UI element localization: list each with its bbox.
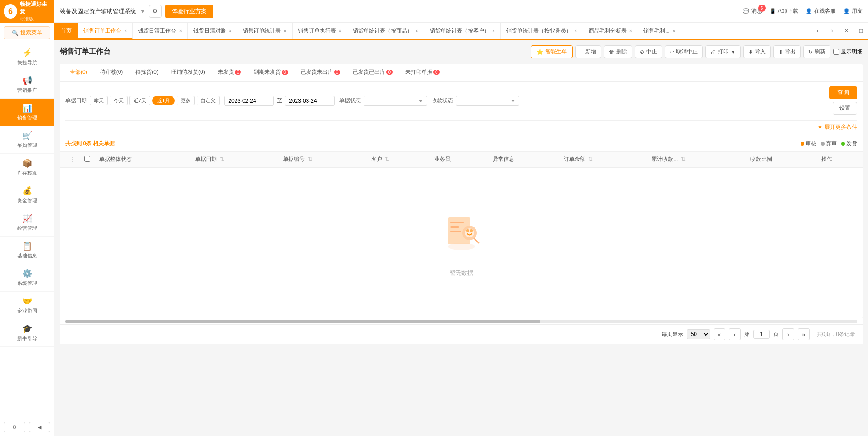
- print-icon: 🖨: [710, 49, 716, 55]
- audit-action-button[interactable]: 审核: [801, 140, 816, 147]
- tab-close-goods-stats-customer[interactable]: ×: [492, 28, 495, 33]
- collapse-button[interactable]: ◀: [29, 422, 51, 432]
- expand-button[interactable]: ▼ 展开更多条件: [817, 123, 857, 131]
- filter-tab-expired-not-shipped[interactable]: 到期未发货0: [247, 64, 294, 81]
- import-button[interactable]: ⬇ 导入: [743, 45, 771, 58]
- th-collected[interactable]: 累计收款... ⇅: [647, 152, 746, 168]
- show-detail-label[interactable]: 显示明细: [833, 48, 863, 56]
- sidebar-item-finance[interactable]: 💰 资金管理: [0, 181, 54, 209]
- tab-cash-reconcile[interactable]: 钱货日清对账×: [188, 23, 237, 39]
- tab-sales-exec[interactable]: 销售订单执行表×: [293, 23, 347, 39]
- tab-sales-stats[interactable]: 销售订单统计表×: [237, 23, 292, 39]
- horizontal-scrollbar[interactable]: [60, 318, 863, 324]
- sidebar-item-enterprise[interactable]: 🤝 企业协同: [0, 292, 54, 319]
- sidebar-item-system[interactable]: ⚙️ 系统管理: [0, 264, 54, 292]
- app-download-button[interactable]: 📱 App下载: [769, 7, 798, 15]
- th-date[interactable]: 单据日期 ⇅: [191, 152, 278, 168]
- sidebar-item-guide[interactable]: 🎓 新手引导: [0, 319, 54, 347]
- tab-sales-workbench[interactable]: 销售订单工作台×: [78, 23, 133, 39]
- th-number[interactable]: 单据编号 ⇅: [278, 152, 366, 168]
- online-service-button[interactable]: 👤 在线客服: [806, 7, 836, 15]
- date-btn-自定义[interactable]: 自定义: [197, 96, 220, 105]
- last-page-button[interactable]: »: [798, 328, 810, 340]
- settings-button[interactable]: ⚙: [4, 422, 25, 432]
- delete-button[interactable]: 🗑 删除: [604, 45, 632, 58]
- sidebar-item-operation[interactable]: 📈 经营管理: [0, 209, 54, 237]
- filter-tab-not-shipped[interactable]: 未发货0: [211, 64, 248, 81]
- th-customer[interactable]: 客户 ⇅: [367, 152, 430, 168]
- tab-close-sales-workbench[interactable]: ×: [124, 28, 127, 33]
- user-button[interactable]: 👤 用友: [843, 7, 863, 15]
- tab-cash-daily[interactable]: 钱货日清工作台×: [133, 23, 187, 39]
- tab-close-goods-stats-product[interactable]: ×: [415, 28, 418, 33]
- query-button[interactable]: 查询: [829, 86, 857, 99]
- sidebar-item-sales[interactable]: 📊 销售管理: [0, 99, 54, 126]
- topbar-dropdown-icon[interactable]: ▼: [140, 8, 145, 14]
- sidebar-item-marketing[interactable]: 📢 营销推广: [0, 71, 54, 99]
- tab-close-all-button[interactable]: ×: [839, 23, 854, 39]
- filter-tab-shipped-out[interactable]: 已发货已出库0: [346, 64, 399, 81]
- sidebar-item-inventory[interactable]: 📦 库存核算: [0, 154, 54, 181]
- sidebar-item-purchase[interactable]: 🛒 采购管理: [0, 126, 54, 154]
- tab-goods-margin[interactable]: 商品毛利分析表×: [583, 23, 638, 39]
- status-select[interactable]: [364, 96, 427, 106]
- tab-maximize-button[interactable]: □: [854, 23, 868, 39]
- first-page-button[interactable]: «: [714, 328, 725, 340]
- filter-tab-pending[interactable]: 待审核(0): [94, 64, 129, 81]
- filter-tab-pending-inspect[interactable]: 待拣货(0): [129, 64, 165, 81]
- select-all-checkbox[interactable]: [84, 156, 90, 162]
- search-menu-button[interactable]: 🔍 搜索菜单: [4, 26, 50, 39]
- th-staff[interactable]: 业务员: [430, 152, 488, 168]
- date-btn-昨天[interactable]: 昨天: [90, 96, 108, 105]
- filter-tab-all[interactable]: 全部(0): [63, 64, 94, 81]
- tab-close-cash-reconcile[interactable]: ×: [229, 28, 231, 33]
- prev-page-button[interactable]: ‹: [729, 328, 741, 340]
- tab-close-sales-more[interactable]: ×: [672, 28, 675, 33]
- cancel-stop-button[interactable]: ↩ 取消中止: [665, 45, 703, 58]
- tab-goods-stats-staff[interactable]: 销货单统计表（按业务员）×: [501, 23, 583, 39]
- sidebar-item-quick-nav[interactable]: ⚡ 快捷导航: [0, 43, 54, 71]
- tab-close-goods-stats-staff[interactable]: ×: [574, 28, 577, 33]
- filter-tab-wangpu-pending[interactable]: 旺铺待发货(0): [165, 64, 211, 81]
- date-to-input[interactable]: [285, 96, 335, 106]
- per-page-select[interactable]: 102050100: [687, 329, 710, 339]
- payment-select[interactable]: [456, 96, 519, 106]
- print-button[interactable]: 🖨 打印 ▼: [705, 45, 741, 58]
- next-page-button[interactable]: ›: [782, 328, 794, 340]
- date-from-input[interactable]: [224, 96, 274, 106]
- filter-tab-not-printed[interactable]: 未打印单据0: [399, 64, 446, 81]
- cancel-audit-action-button[interactable]: 弃审: [821, 140, 837, 147]
- tab-close-sales-exec[interactable]: ×: [339, 28, 341, 33]
- tab-close-sales-stats[interactable]: ×: [283, 28, 286, 33]
- export-button[interactable]: ⬆ 导出: [773, 45, 801, 58]
- stop-button[interactable]: ⊘ 中止: [635, 45, 662, 58]
- tab-close-cash-daily[interactable]: ×: [179, 28, 182, 33]
- tab-home[interactable]: 首页: [54, 23, 78, 39]
- table-header-row: ⋮⋮ 单据整体状态 单据日期 ⇅ 单据编号: [60, 152, 863, 168]
- solution-button[interactable]: 体验行业方案: [165, 5, 213, 18]
- tab-next-button[interactable]: ›: [825, 23, 839, 39]
- date-btn-更多[interactable]: 更多: [177, 96, 195, 105]
- refresh-button[interactable]: ↻ 刷新: [803, 45, 830, 58]
- ship-action-button[interactable]: 发货: [841, 140, 857, 147]
- tab-prev-button[interactable]: ‹: [810, 23, 825, 39]
- filter-tab-shipped-not-out[interactable]: 已发货未出库0: [294, 64, 347, 81]
- sidebar-item-basic[interactable]: 📋 基础信息: [0, 237, 54, 264]
- tab-goods-stats-customer[interactable]: 销货单统计表（按客户）×: [424, 23, 501, 39]
- tab-sales-more[interactable]: 销售毛利...×: [638, 23, 681, 39]
- topbar-gear-button[interactable]: ⚙: [149, 5, 162, 18]
- date-btn-近7天[interactable]: 近7天: [129, 96, 150, 105]
- message-button[interactable]: 💬 消息 5: [743, 7, 762, 15]
- tab-goods-stats-product[interactable]: 销货单统计表（按商品）×: [347, 23, 424, 39]
- page-input[interactable]: [753, 330, 770, 339]
- total-text: 共找到: [65, 140, 82, 147]
- set-button[interactable]: 设置: [833, 102, 857, 115]
- add-button[interactable]: + 新增: [575, 45, 601, 58]
- date-btn-近1月[interactable]: 近1月: [152, 96, 175, 105]
- date-btn-今天[interactable]: 今天: [110, 96, 128, 105]
- show-detail-checkbox[interactable]: [833, 49, 839, 55]
- tab-close-goods-margin[interactable]: ×: [629, 28, 632, 33]
- scroll-thumb[interactable]: [65, 320, 540, 323]
- th-amount[interactable]: 订单金额 ⇅: [559, 152, 647, 168]
- smart-create-button[interactable]: ⭐ 智能生单: [531, 45, 573, 58]
